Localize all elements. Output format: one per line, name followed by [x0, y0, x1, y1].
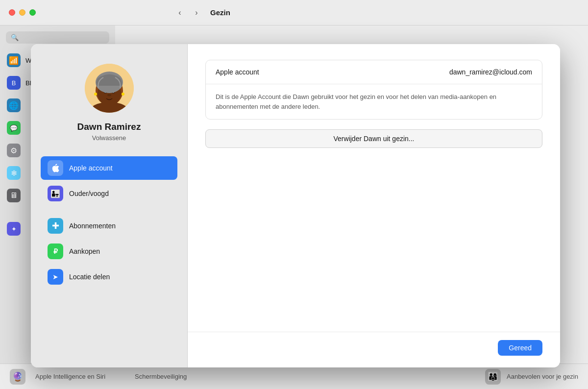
forward-button[interactable]: › [190, 6, 203, 20]
menu-label-locatie-delen: Locatie delen [69, 273, 110, 281]
menu-label-aankopen: Aankopen [69, 247, 100, 255]
svg-point-11 [94, 93, 97, 96]
family-icon: 👨‍👩‍👧 [485, 369, 501, 385]
content-inner: Apple account dawn_ramirez@icloud.com Di… [188, 44, 560, 332]
sidebar-menu: Apple account 👨‍👧 Ouder/voogd ✚ Abonneme… [41, 156, 177, 289]
avatar-image [85, 64, 134, 113]
apple-account-icon [48, 160, 63, 176]
done-button[interactable]: Gereed [498, 340, 542, 356]
menu-label-abonnementen: Abonnementen [69, 222, 116, 230]
svg-point-12 [122, 93, 124, 96]
menu-item-aankopen[interactable]: ₽ Aankopen [41, 240, 177, 263]
menu-item-apple-account[interactable]: Apple account [41, 156, 177, 180]
menu-label-ouder-voogd: Ouder/voogd [69, 190, 109, 197]
abonnementen-icon: ✚ [48, 218, 63, 234]
snow-icon: ❄ [7, 166, 21, 180]
gear-icon-bg: ⚙ [7, 144, 21, 157]
ouder-voogd-icon: 👨‍👧 [48, 186, 63, 201]
siri-icon: ✦ [7, 222, 21, 236]
account-description: Dit is de Apple Account die Dawn gebruik… [206, 84, 542, 119]
svg-point-9 [107, 94, 111, 97]
modal-panel: Dawn Ramirez Volwassene Apple account 👨‍… [31, 44, 560, 367]
window-title: Gezin [210, 8, 230, 17]
nav-buttons: ‹ › Gezin [173, 6, 230, 20]
account-section: Apple account dawn_ramirez@icloud.com Di… [205, 60, 542, 120]
title-bar: ‹ › Gezin [0, 0, 588, 25]
bg-bottom-text3: Aanbevolen voor je gezin [507, 373, 578, 380]
user-role: Volwassene [92, 134, 126, 142]
menu-item-abonnementen[interactable]: ✚ Abonnementen [41, 214, 177, 238]
menu-item-locatie-delen[interactable]: ➤ Locatie delen [41, 265, 177, 289]
bg-bottom-text2: Schermbeveiliging [135, 373, 187, 380]
remove-from-family-button[interactable]: Verwijder Dawn uit gezin... [205, 129, 542, 148]
search-bar[interactable]: 🔍 [6, 31, 109, 44]
modal-content: Apple account dawn_ramirez@icloud.com Di… [188, 44, 560, 367]
search-icon: 🔍 [11, 34, 19, 41]
wifi-icon: 📶 [7, 53, 21, 67]
back-button[interactable]: ‹ [173, 6, 187, 20]
account-email: dawn_ramirez@icloud.com [449, 68, 532, 76]
account-row: Apple account dawn_ramirez@icloud.com [206, 60, 542, 84]
menu-item-ouder-voogd[interactable]: 👨‍👧 Ouder/voogd [41, 182, 177, 205]
account-label: Apple account [216, 68, 259, 76]
siri-bottom-icon: 🔮 [10, 369, 25, 385]
user-name: Dawn Ramirez [77, 122, 141, 132]
maximize-button[interactable] [29, 9, 36, 16]
locatie-delen-icon: ➤ [48, 269, 63, 285]
monitor-icon: 🖥 [7, 189, 21, 202]
bg-bottom-text1: Apple Intelligence en Siri [35, 373, 105, 380]
messages-icon: 💬 [7, 121, 21, 135]
close-button[interactable] [9, 9, 15, 16]
traffic-lights [9, 9, 36, 16]
bluetooth-icon: B [7, 76, 21, 90]
avatar [85, 64, 134, 113]
modal-footer: Gereed [188, 332, 560, 367]
minimize-button[interactable] [19, 9, 25, 16]
modal-sidebar: Dawn Ramirez Volwassene Apple account 👨‍… [31, 44, 188, 367]
menu-label-apple-account: Apple account [69, 164, 113, 172]
aankopen-icon: ₽ [48, 243, 63, 259]
globe-icon: 🌐 [7, 98, 21, 112]
